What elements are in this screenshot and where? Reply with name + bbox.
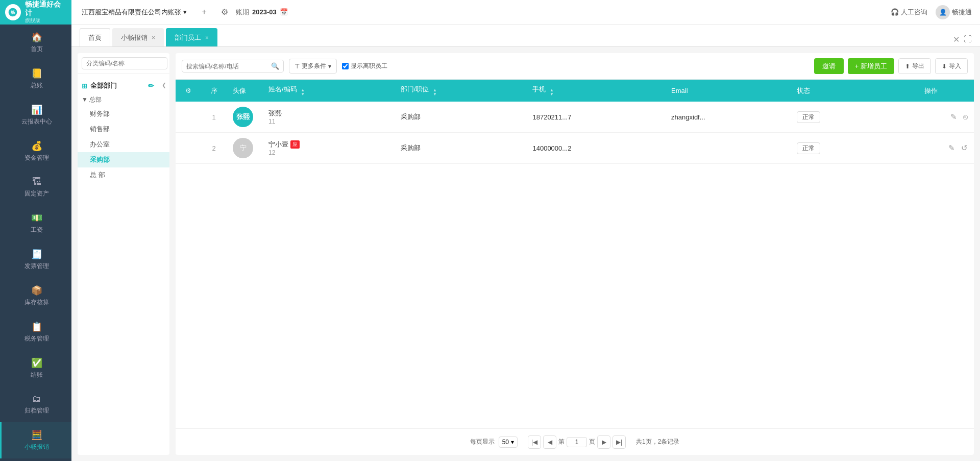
row1-avatar: 张熙 [227,102,262,133]
page-unit: 页 [589,438,595,446]
row2-dept: 采购部 [395,133,527,164]
dept-tree: ⊞ 全部部门 ✏ 《 ▼ 总部 财务部 销售部 办公室 [78,74,169,455]
logout-icon[interactable]: ⎋ [963,112,968,122]
sidebar-item-invoice[interactable]: 🧾 发票管理 [0,241,71,278]
sidebar-item-assets[interactable]: 🏗 固定资产 [0,169,71,205]
filter-button[interactable]: ⊤ 更多条件 ▾ [289,59,337,74]
page-size-select[interactable]: 50 ▾ [499,436,518,448]
dept-item-purchase[interactable]: 采购部 [78,152,169,167]
import-button[interactable]: ⬇ 导入 [935,58,968,74]
table-row: 1 张熙 张熙 11 采购部 [176,102,974,133]
tab-dept-label: 部门员工 [175,33,201,42]
row1-status: 正常 [791,102,888,133]
dept-item-finance-label: 财务部 [90,110,110,117]
logo-text-block: 畅捷通好会计 旗舰版 [25,0,66,24]
topbar: 畅 畅捷通好会计 旗舰版 江西服宝精品有限责任公司内账张 ▾ ＋ ⚙ 账期 20… [0,0,980,25]
resigned-checkbox-input[interactable] [342,63,349,69]
export-button[interactable]: ⬆ 导出 [898,58,931,74]
dept-item-sales[interactable]: 销售部 [78,122,169,137]
add-employee-button[interactable]: + 新增员工 [848,58,894,74]
user-menu[interactable]: 👤 畅捷通 [936,5,972,19]
sidebar-item-ledger[interactable]: 📒 总账 [0,61,71,97]
window-expand-icon[interactable]: ⛶ [964,35,972,44]
th-name[interactable]: 姓名/编码 ▲▼ [262,80,395,102]
headset-icon: 🎧 [891,8,899,16]
prev-page-button[interactable]: ◀ [543,435,556,449]
th-dept[interactable]: 部门/职位 ▲▼ [395,80,527,102]
page-total: 共1页，2条记录 [636,438,679,446]
last-page-button[interactable]: ▶| [612,435,626,449]
sidebar-item-settings[interactable]: ⚙ 基础设置 [0,458,71,461]
window-close-icon[interactable]: ✕ [953,35,960,44]
tab-home-label: 首页 [88,33,102,42]
first-page-button[interactable]: |◀ [528,435,541,449]
sidebar-item-salary[interactable]: 💵 工资 [0,205,71,241]
edit-icon[interactable]: ✎ [948,143,955,153]
invite-button[interactable]: 邀请 [814,58,844,74]
row1-name: 张熙 11 [262,102,395,133]
dept-search: 🔍 [78,53,169,74]
tax-icon: 📋 [31,321,42,332]
th-avatar: 头像 [227,80,262,102]
sidebar-label-ledger: 总账 [31,81,43,90]
th-phone[interactable]: 手机 ▲▼ [526,80,665,102]
avatar: 宁 [233,138,253,158]
emp-search-input[interactable] [186,63,268,70]
archive-icon: 🗂 [32,394,41,404]
page-size-chevron: ▾ [511,439,514,446]
sidebar-item-funds[interactable]: 💰 资金管理 [0,133,71,169]
sidebar-item-archive[interactable]: 🗂 归档管理 [0,386,71,422]
add-button[interactable]: ＋ [197,5,211,19]
sidebar-item-home[interactable]: 🏠 首页 [0,25,71,61]
emp-search-icon[interactable]: 🔍 [271,62,279,70]
salary-icon: 💵 [31,212,42,224]
invoice-icon: 🧾 [31,249,42,260]
column-settings-icon[interactable]: ⚙ [185,87,191,94]
company-selector[interactable]: 江西服宝精品有限责任公司内账张 ▾ [82,8,189,17]
service-label: 人工咨询 [901,8,927,17]
sidebar-label-invoice: 发票管理 [24,262,49,271]
inventory-icon: 📦 [31,285,42,296]
reports-icon: 📊 [31,104,42,115]
filter-chevron-icon: ▾ [328,63,331,70]
settings-icon[interactable]: ⚙ [217,5,232,19]
content-area: 首页 小畅报销 × 部门员工 × ✕ ⛶ 🔍 [71,25,980,461]
page-number-input[interactable] [567,437,587,447]
funds-icon: 💰 [31,140,42,152]
sidebar: 🏠 首页 📒 总账 📊 云报表中心 💰 资金管理 🏗 固定资产 💵 工资 🧾 发… [0,25,71,461]
dept-search-input[interactable] [82,57,167,69]
all-dept-item[interactable]: ⊞ 全部部门 ✏ 《 [78,78,169,93]
edit-dept-icon[interactable]: ✏ [148,82,154,90]
dept-item-general[interactable]: 总 部 [78,167,169,183]
assets-icon: 🏗 [32,177,41,187]
row1-num: 1 [201,102,227,133]
tab-xiaochang[interactable]: 小畅报销 × [112,28,164,46]
sidebar-item-xiaochang[interactable]: 🧮 小畅报销 [0,422,71,458]
avatar: 👤 [936,5,950,19]
next-page-button[interactable]: ▶ [597,435,610,449]
row2-name: 宁小壹 应 12 [262,133,395,164]
tab-dept-close[interactable]: × [205,34,209,41]
sidebar-item-inventory[interactable]: 📦 库存核算 [0,278,71,314]
period-selector[interactable]: 账期 2023-03 📅 [236,8,288,17]
page-num-prefix: 第 [558,438,565,446]
edit-icon[interactable]: ✎ [950,112,957,122]
sidebar-item-reports[interactable]: 📊 云报表中心 [0,97,71,133]
row1-name-text: 张熙 [268,109,388,118]
grid-icon: ⊞ [82,82,87,90]
refresh-icon[interactable]: ↺ [961,143,968,153]
tab-home[interactable]: 首页 [80,28,110,46]
sidebar-item-checkout[interactable]: ✅ 结账 [0,350,71,386]
sidebar-label-inventory: 库存核算 [24,298,49,307]
sidebar-item-tax[interactable]: 📋 税务管理 [0,314,71,350]
filter-icon: ⊤ [295,63,300,70]
dept-item-office[interactable]: 办公室 [78,137,169,152]
service-button[interactable]: 🎧 人工咨询 [891,8,927,17]
tab-dept[interactable]: 部门员工 × [166,28,217,46]
tab-xiaochang-close[interactable]: × [152,34,155,41]
collapse-icon[interactable]: 《 [159,82,165,90]
dept-item-finance[interactable]: 财务部 [78,106,169,122]
th-actions: 操作 [888,80,974,102]
dept-item-sales-label: 销售部 [90,125,110,133]
show-resigned-checkbox[interactable]: 显示离职员工 [342,62,387,70]
